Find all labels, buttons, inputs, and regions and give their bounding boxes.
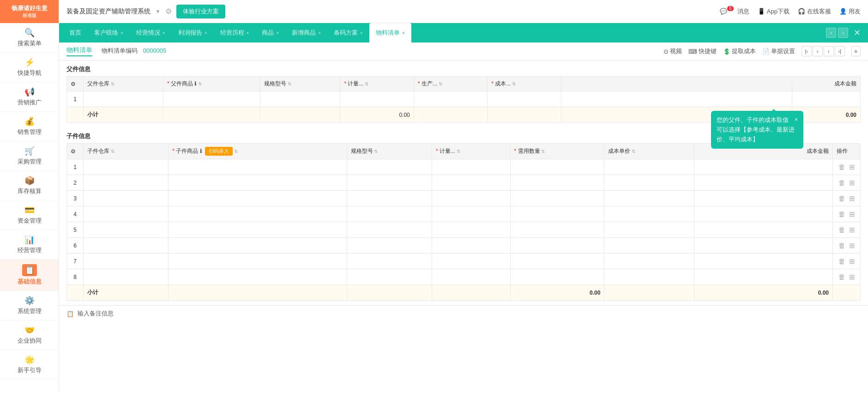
- child-row-5-spec[interactable]: [347, 222, 432, 238]
- sidebar-item-basic[interactable]: 📋 基础信息: [0, 260, 59, 291]
- child-row-7-product[interactable]: [169, 254, 347, 269]
- tab-product-close[interactable]: ×: [276, 30, 279, 36]
- tab-bom[interactable]: 物料清单 ×: [369, 23, 411, 42]
- child-row-5-copy-icon[interactable]: ⊞: [849, 226, 855, 234]
- child-row-2-product[interactable]: [169, 175, 347, 191]
- parent-th-gear[interactable]: ⚙: [67, 77, 84, 91]
- trial-button[interactable]: 体验行业方案: [176, 5, 225, 18]
- child-row-7-unit-cost[interactable]: [604, 254, 694, 269]
- user-item[interactable]: 👤 用友: [839, 7, 861, 16]
- child-row-6-unit-cost[interactable]: [604, 238, 694, 254]
- list-view-btn[interactable]: ≡: [851, 46, 861, 56]
- child-th-gear[interactable]: ⚙: [67, 144, 84, 159]
- sidebar-item-sales[interactable]: 💰 销售管理: [0, 112, 59, 141]
- child-row-5-unit-cost[interactable]: [604, 222, 694, 238]
- child-row-3-delete-icon[interactable]: 🗑: [838, 194, 845, 202]
- child-row-6-spec[interactable]: [347, 238, 432, 254]
- child-row-3-unit[interactable]: [432, 191, 510, 206]
- tab-profit-close[interactable]: ×: [205, 30, 207, 36]
- child-row-7-spec[interactable]: [347, 254, 432, 269]
- child-row-8-unit[interactable]: [432, 269, 510, 285]
- note-label[interactable]: 输入备注信息: [78, 309, 114, 318]
- sidebar-item-finance[interactable]: 💳 资金管理: [0, 200, 59, 230]
- tab-operations[interactable]: 经营情况 ×: [130, 23, 172, 42]
- tooltip-close-btn[interactable]: ×: [795, 115, 798, 124]
- child-row-8-copy-icon[interactable]: ⊞: [849, 273, 855, 281]
- tab-operations-close[interactable]: ×: [163, 30, 165, 36]
- child-row-5-unit[interactable]: [432, 222, 510, 238]
- sidebar-item-marketing[interactable]: 📢 营销推广: [0, 82, 59, 112]
- child-row-4-unit[interactable]: [432, 206, 510, 222]
- next-record-btn[interactable]: ›: [824, 46, 834, 56]
- child-row-5-warehouse[interactable]: [84, 222, 169, 238]
- child-row-3-qty[interactable]: [510, 191, 604, 206]
- child-row-1-warehouse[interactable]: [84, 159, 169, 175]
- action-shortcut[interactable]: ⌨ 快捷键: [688, 47, 717, 55]
- child-row-3-copy-icon[interactable]: ⊞: [849, 194, 855, 203]
- child-row-2-unit[interactable]: [432, 175, 510, 191]
- child-row-4-product[interactable]: [169, 206, 347, 222]
- child-row-3-product[interactable]: [169, 191, 347, 206]
- sub-tab-bom-code[interactable]: 物料清单编码 0000005: [102, 47, 166, 56]
- sidebar-item-enterprise[interactable]: 🤝 企业协同: [0, 320, 59, 350]
- tab-close-all-btn[interactable]: ✕: [850, 28, 864, 38]
- child-row-4-copy-icon[interactable]: ⊞: [849, 210, 855, 218]
- dropdown-arrow-icon[interactable]: ▼: [155, 8, 161, 15]
- child-row-1-copy-icon[interactable]: ⊞: [849, 163, 855, 171]
- sidebar-item-operations[interactable]: 📊 经营管理: [0, 230, 59, 260]
- sidebar-item-quicknav[interactable]: ⚡ 快捷导航: [0, 53, 59, 82]
- parent-row-1-spec[interactable]: [260, 91, 340, 107]
- child-row-6-copy-icon[interactable]: ⊞: [849, 242, 855, 250]
- child-row-6-unit[interactable]: [432, 238, 510, 254]
- child-row-2-spec[interactable]: [347, 175, 432, 191]
- child-row-8-product[interactable]: [169, 269, 347, 285]
- sidebar-item-inventory[interactable]: 📦 库存核算: [0, 171, 59, 200]
- child-row-7-qty[interactable]: [510, 254, 604, 269]
- child-row-2-unit-cost[interactable]: [604, 175, 694, 191]
- child-row-2-warehouse[interactable]: [84, 175, 169, 191]
- tab-next-btn[interactable]: ›: [838, 28, 848, 38]
- child-row-1-unit-cost[interactable]: [604, 159, 694, 175]
- child-row-8-spec[interactable]: [347, 269, 432, 285]
- child-row-2-qty[interactable]: [510, 175, 604, 191]
- tab-customer-close[interactable]: ×: [121, 30, 123, 36]
- last-record-btn[interactable]: ›|: [835, 46, 845, 56]
- child-row-4-spec[interactable]: [347, 206, 432, 222]
- tab-new-product-close[interactable]: ×: [318, 30, 321, 36]
- child-row-2-delete-icon[interactable]: 🗑: [838, 179, 845, 187]
- sub-tab-bom-list[interactable]: 物料清单: [66, 46, 92, 56]
- tab-barcode[interactable]: 条码方案 ×: [327, 23, 369, 42]
- tab-profit[interactable]: 利润报告 ×: [172, 23, 214, 42]
- child-row-1-spec[interactable]: [347, 159, 432, 175]
- child-row-7-warehouse[interactable]: [84, 254, 169, 269]
- child-row-8-warehouse[interactable]: [84, 269, 169, 285]
- tab-customer[interactable]: 客户联络 ×: [88, 23, 130, 42]
- child-row-2-copy-icon[interactable]: ⊞: [849, 179, 855, 187]
- parent-row-1-unit[interactable]: [340, 91, 414, 107]
- child-row-3-unit-cost[interactable]: [604, 191, 694, 206]
- child-row-1-qty[interactable]: [510, 159, 604, 175]
- child-row-4-delete-icon[interactable]: 🗑: [838, 210, 845, 218]
- tab-new-product[interactable]: 新增商品 ×: [285, 23, 327, 42]
- parent-row-1-produce[interactable]: [414, 91, 487, 107]
- child-row-7-delete-icon[interactable]: 🗑: [838, 257, 845, 265]
- prev-record-btn[interactable]: ‹: [813, 46, 823, 56]
- action-settings[interactable]: 📄 单据设置: [762, 47, 795, 55]
- child-row-8-delete-icon[interactable]: 🗑: [838, 273, 845, 281]
- child-row-3-spec[interactable]: [347, 191, 432, 206]
- tab-home[interactable]: 首页: [63, 23, 88, 42]
- child-row-8-qty[interactable]: [510, 269, 604, 285]
- app-download-item[interactable]: 📱 App下载: [758, 7, 790, 16]
- child-row-1-unit[interactable]: [432, 159, 510, 175]
- child-row-5-product[interactable]: [169, 222, 347, 238]
- child-row-6-product[interactable]: [169, 238, 347, 254]
- tab-barcode-close[interactable]: ×: [360, 30, 363, 36]
- child-row-6-delete-icon[interactable]: 🗑: [838, 242, 845, 249]
- child-row-1-delete-icon[interactable]: 🗑: [838, 163, 845, 171]
- sidebar-item-system[interactable]: ⚙️ 系统管理: [0, 291, 59, 320]
- child-row-6-qty[interactable]: [510, 238, 604, 254]
- child-row-4-warehouse[interactable]: [84, 206, 169, 222]
- tab-prev-btn[interactable]: ‹: [826, 28, 836, 38]
- tab-bom-close[interactable]: ×: [402, 30, 405, 36]
- child-row-4-qty[interactable]: [510, 206, 604, 222]
